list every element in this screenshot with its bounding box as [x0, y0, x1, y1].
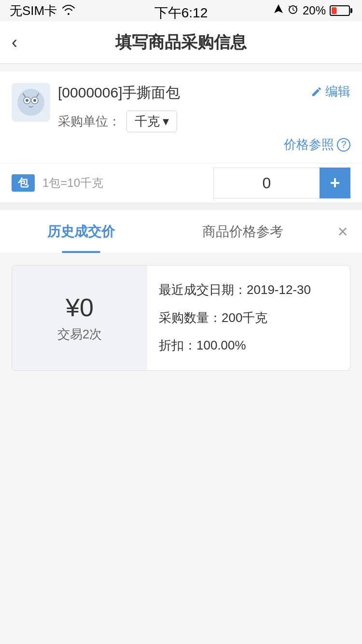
edit-button[interactable]: 编辑: [311, 83, 350, 100]
wifi-icon: [62, 3, 75, 18]
pkg-icon: 包: [12, 174, 35, 192]
discount-value: 100.00%: [196, 338, 246, 352]
discount-label: 折扣：: [159, 338, 196, 352]
pkg-label: 包: [18, 176, 28, 190]
tab-active-underline: [62, 251, 100, 253]
battery-icon: [330, 5, 352, 16]
signal-text: 无SIM卡: [10, 2, 57, 19]
quantity-section: 包 1包=10千克 +: [0, 164, 362, 202]
product-title: 手撕面包: [122, 84, 180, 100]
status-time: 下午6:12: [154, 4, 208, 22]
recent-date-row: 最近成交日期：2019-12-30: [159, 280, 338, 300]
unit-select[interactable]: 千克 ▾: [126, 111, 177, 132]
svg-point-1: [17, 89, 44, 116]
tab-close-button[interactable]: ×: [323, 222, 362, 242]
discount-row: 折扣：100.00%: [159, 336, 338, 356]
quantity-input[interactable]: [213, 168, 320, 198]
status-left: 无SIM卡: [10, 2, 75, 19]
recent-date-label: 最近成交日期：: [159, 282, 247, 297]
svg-point-5: [33, 99, 36, 102]
product-name: [0000006]手撕面包: [58, 83, 180, 103]
price-transactions: 交易2次: [57, 326, 102, 343]
unit-value: 千克: [135, 113, 160, 130]
price-ref-label: 价格参照: [284, 136, 334, 153]
tab1-label: 历史成交价: [47, 223, 115, 241]
price-card: ¥0 交易2次 最近成交日期：2019-12-30 采购数量：200千克 折扣：…: [12, 265, 350, 371]
svg-point-4: [26, 99, 28, 102]
tab2-label: 商品价格参考: [202, 223, 283, 241]
purchase-qty-row: 采购数量：200千克: [159, 308, 338, 328]
dropdown-arrow: ▾: [163, 114, 169, 129]
question-icon: ?: [337, 138, 350, 152]
back-button[interactable]: ‹: [12, 32, 17, 53]
price-details-panel: 最近成交日期：2019-12-30 采购数量：200千克 折扣：100.00%: [147, 266, 350, 370]
product-card: [0000006]手撕面包 采购单位： 千克 ▾ 编辑 价格参照 ?: [0, 71, 362, 163]
status-right: 20%: [274, 3, 352, 18]
product-id: [0000006]: [58, 84, 122, 100]
price-amount: ¥0: [66, 293, 94, 322]
tabs-row: 历史成交价 商品价格参考 ×: [0, 210, 362, 253]
price-ref-button[interactable]: 价格参照 ?: [284, 136, 350, 153]
price-summary-panel: ¥0 交易2次: [12, 266, 147, 370]
unit-hint: 1包=10千克: [42, 175, 103, 191]
unit-label: 采购单位：: [58, 113, 121, 130]
history-price-content: ¥0 交易2次 最近成交日期：2019-12-30 采购数量：200千克 折扣：…: [0, 253, 362, 543]
tab-history-price[interactable]: 历史成交价: [0, 210, 162, 253]
alarm-icon: [287, 3, 299, 18]
edit-label: 编辑: [325, 83, 350, 100]
section-divider: [0, 202, 362, 210]
purchase-qty-value: 200千克: [222, 310, 267, 325]
recent-date-value: 2019-12-30: [247, 282, 311, 297]
status-bar: 无SIM卡 下午6:12 20%: [0, 0, 362, 21]
purchase-qty-label: 采购数量：: [159, 310, 222, 325]
battery-percent: 20%: [303, 4, 326, 17]
quantity-plus-button[interactable]: +: [320, 168, 350, 198]
product-logo: [12, 83, 50, 122]
page-title: 填写商品采购信息: [115, 31, 247, 54]
nav-bar: ‹ 填写商品采购信息: [0, 21, 362, 64]
tab-price-reference[interactable]: 商品价格参考: [162, 210, 323, 253]
location-icon: [274, 4, 283, 17]
